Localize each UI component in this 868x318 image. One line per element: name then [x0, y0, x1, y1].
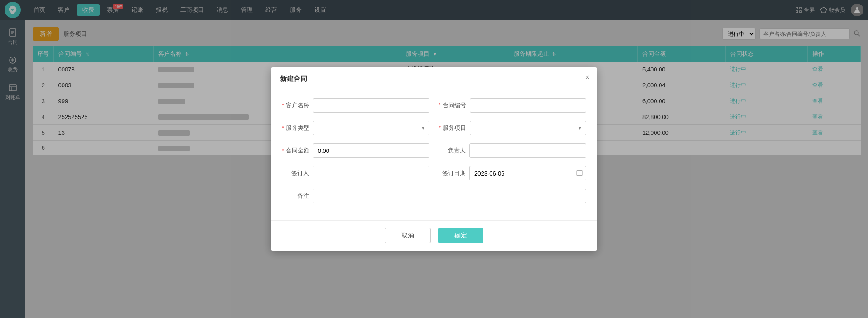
form-row-1: 客户名称 合同编号	[282, 98, 586, 113]
signatory-label: 签订人	[282, 169, 309, 177]
form-row-3: 合同金额 负责人	[282, 143, 586, 158]
responsible-label: 负责人	[439, 147, 466, 155]
notes-label: 备注	[282, 192, 309, 200]
amount-input[interactable]	[313, 143, 429, 158]
form-group-amount: 合同金额	[282, 143, 429, 158]
new-contract-dialog: 新建合同 × 客户名称 合同编号 服务类型	[271, 67, 597, 251]
form-row-4: 签订人 签订日期	[282, 166, 586, 180]
service-type-select-wrap: ▼	[313, 121, 429, 135]
contract-no-input[interactable]	[470, 98, 586, 113]
customer-name-label: 客户名称	[282, 101, 309, 109]
sign-date-input[interactable]	[469, 166, 586, 180]
service-item-select[interactable]	[470, 121, 586, 135]
form-group-customer: 客户名称	[282, 98, 429, 113]
dialog-title: 新建合同	[271, 67, 597, 89]
notes-input[interactable]	[313, 189, 586, 203]
confirm-button[interactable]: 确定	[438, 228, 483, 243]
form-group-service-type: 服务类型 ▼	[282, 121, 429, 135]
customer-name-input[interactable]	[313, 98, 429, 113]
cancel-button[interactable]: 取消	[385, 228, 431, 243]
service-item-label: 服务项目	[439, 124, 466, 132]
service-type-label: 服务类型	[282, 124, 309, 132]
form-group-contract-no: 合同编号	[439, 98, 586, 113]
form-row-5: 备注	[282, 189, 586, 203]
form-group-sign-date: 签订日期	[439, 166, 586, 180]
responsible-input[interactable]	[469, 143, 586, 158]
service-type-select[interactable]	[313, 121, 429, 135]
modal-overlay[interactable]: 新建合同 × 客户名称 合同编号 服务类型	[0, 0, 868, 318]
service-item-select-wrap: ▼	[470, 121, 586, 135]
signatory-input[interactable]	[313, 166, 429, 180]
dialog-body: 客户名称 合同编号 服务类型 ▼	[271, 89, 597, 220]
form-group-notes: 备注	[282, 189, 586, 203]
form-group-signatory: 签订人	[282, 166, 429, 180]
svg-rect-16	[577, 171, 582, 176]
sign-date-wrap	[469, 166, 586, 180]
contract-no-label: 合同编号	[439, 101, 466, 109]
form-row-2: 服务类型 ▼ 服务项目 ▼	[282, 121, 586, 135]
amount-label: 合同金额	[282, 147, 309, 155]
calendar-icon[interactable]	[576, 170, 583, 177]
form-group-service-item: 服务项目 ▼	[439, 121, 586, 135]
sign-date-label: 签订日期	[439, 169, 466, 177]
dialog-close-button[interactable]: ×	[585, 73, 590, 82]
form-group-responsible: 负责人	[439, 143, 586, 158]
dialog-footer: 取消 确定	[271, 220, 597, 251]
